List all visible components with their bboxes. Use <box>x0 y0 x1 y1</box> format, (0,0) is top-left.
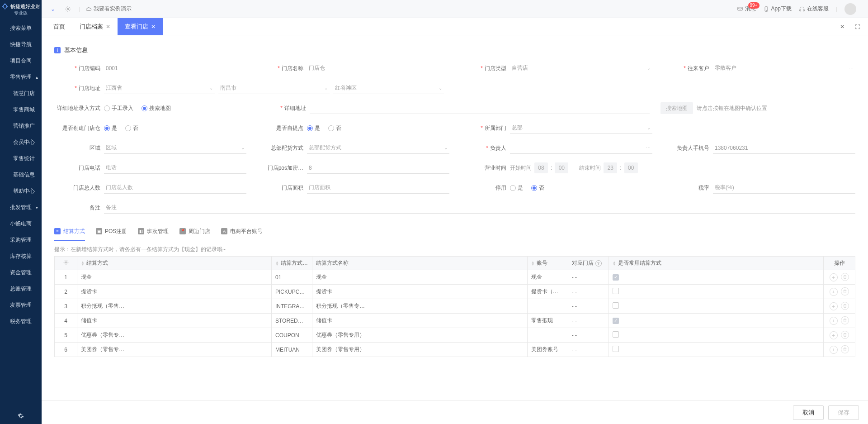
radio-sp-yes[interactable]: 是 <box>307 124 320 132</box>
subtab[interactable]: ≡结算方式 <box>54 223 85 241</box>
close-icon[interactable]: ✕ <box>106 24 110 30</box>
sidebar-item[interactable]: 帮助中心 <box>0 183 42 199</box>
subtab[interactable]: A电商平台账号 <box>221 223 263 241</box>
table-settings[interactable] <box>55 257 77 270</box>
delete-row-button[interactable] <box>841 316 849 324</box>
sidebar-item[interactable]: 库存核算 <box>0 248 42 264</box>
end-hour[interactable]: 23 <box>604 162 617 173</box>
sidebar-item[interactable]: 资金管理 <box>0 264 42 281</box>
org-selector[interactable]: ⌄ <box>46 6 57 12</box>
save-button[interactable]: 保存 <box>828 405 859 420</box>
sidebar-item[interactable]: 零售统计 <box>0 150 42 167</box>
delete-row-button[interactable] <box>841 331 849 339</box>
region-select[interactable]: 区域⌄ <box>104 142 246 154</box>
delete-row-button[interactable] <box>841 287 849 295</box>
store-type-select[interactable]: 自营店⌄ <box>510 62 652 74</box>
sidebar-item[interactable]: 营销推广 <box>0 118 42 134</box>
tax-input[interactable]: 税率(%) <box>713 182 855 194</box>
app-download-link[interactable]: App下载 <box>763 5 792 13</box>
remark-input[interactable]: 备注 <box>104 202 855 214</box>
add-row-button[interactable]: + <box>830 302 838 310</box>
sidebar-item[interactable]: 项目合同 <box>0 52 42 69</box>
sidebar-item[interactable]: 智慧门店 <box>0 85 42 101</box>
delete-row-button[interactable] <box>841 302 849 310</box>
sidebar-item[interactable]: 快捷导航 <box>0 36 42 52</box>
end-min[interactable]: 00 <box>624 162 638 173</box>
col-method[interactable]: ▲▼结算方式 <box>77 257 272 270</box>
sidebar-item[interactable]: 会员中心 <box>0 134 42 150</box>
checkbox[interactable] <box>613 288 619 294</box>
checkbox[interactable] <box>613 274 619 281</box>
subtab[interactable]: ▣POS注册 <box>96 223 127 241</box>
col-account[interactable]: ▲▼账号 <box>527 257 568 270</box>
radio-disabled-no[interactable]: 否 <box>531 184 544 192</box>
help-icon[interactable]: ? <box>595 260 602 267</box>
demo-link[interactable]: 我要看实例演示 <box>85 5 132 13</box>
checkbox[interactable] <box>613 318 619 324</box>
sidebar-item[interactable]: 税务管理 <box>0 313 42 329</box>
start-hour[interactable]: 08 <box>534 162 548 173</box>
dispatch-select[interactable]: 总部配货方式⌄ <box>307 142 449 154</box>
checkbox[interactable] <box>613 346 619 352</box>
tab[interactable]: 门店档案✕ <box>72 18 118 35</box>
store-name-input[interactable]: 门店仓 <box>307 62 449 74</box>
tel-input[interactable]: 电话 <box>104 162 246 174</box>
city-select[interactable]: 南昌市⌄ <box>218 82 329 94</box>
tab-fullscreen[interactable] <box>852 21 863 33</box>
radio-wh-yes[interactable]: 是 <box>104 124 117 132</box>
col-code[interactable]: ▲▼结算方式… <box>271 257 312 270</box>
col-store[interactable]: 对应门店? <box>568 257 609 270</box>
checkbox[interactable] <box>613 331 619 338</box>
staff-input[interactable]: 门店总人数 <box>104 182 246 194</box>
manager-select[interactable]: ⋯ <box>510 142 652 154</box>
subtab[interactable]: 📍周边门店 <box>179 223 210 241</box>
close-icon[interactable]: ✕ <box>151 24 156 30</box>
radio-disabled-yes[interactable]: 是 <box>510 184 523 192</box>
detail-addr-input[interactable] <box>310 102 650 114</box>
subtab[interactable]: ◧班次管理 <box>138 223 169 241</box>
sidebar-item[interactable]: 基础信息 <box>0 167 42 183</box>
add-row-button[interactable]: + <box>830 331 838 339</box>
add-row-button[interactable]: + <box>830 273 838 281</box>
dept-select[interactable]: 总部⌄ <box>510 122 652 134</box>
sidebar-item[interactable]: 发票管理 <box>0 297 42 313</box>
col-common[interactable]: ▲▼是否常用结算方式 <box>609 257 823 270</box>
radio-manual[interactable]: 手工录入 <box>104 105 133 112</box>
sidebar-item[interactable]: 零售商城 <box>0 101 42 118</box>
area-input[interactable]: 门店面积 <box>307 182 449 194</box>
pos-input[interactable]: 8 <box>307 162 449 174</box>
tel-label: 门店电话 <box>54 164 104 172</box>
radio-sp-no[interactable]: 否 <box>328 124 341 132</box>
sidebar-item[interactable]: 零售管理▴ <box>0 69 42 85</box>
tab[interactable]: 查看门店✕ <box>118 18 163 35</box>
sidebar-item[interactable]: 采购管理 <box>0 232 42 248</box>
province-select[interactable]: 江西省⌄ <box>104 82 215 94</box>
sidebar-settings[interactable] <box>0 408 42 424</box>
delete-row-button[interactable] <box>841 345 849 353</box>
messages-link[interactable]: 消息 99+ <box>737 5 756 13</box>
cancel-button[interactable]: 取消 <box>793 405 824 420</box>
service-link[interactable]: 在线客服 <box>799 5 829 13</box>
sidebar-item[interactable]: 搜索菜单 <box>0 20 42 36</box>
sidebar-item[interactable]: 批发管理▾ <box>0 199 42 215</box>
col-name[interactable]: 结算方式名称 <box>312 257 527 270</box>
store-code-input[interactable]: 0001 <box>104 62 246 74</box>
checkbox[interactable] <box>613 302 619 309</box>
tab[interactable]: 首页 <box>46 18 72 35</box>
add-row-button[interactable]: + <box>830 288 838 296</box>
sidebar-item[interactable]: 小畅电商 <box>0 215 42 232</box>
start-min[interactable]: 00 <box>555 162 568 173</box>
user-avatar[interactable] <box>844 3 856 15</box>
delete-row-button[interactable] <box>841 273 849 281</box>
tab-close-all[interactable]: ✕ <box>836 21 848 33</box>
sidebar-item[interactable]: 总账管理 <box>0 281 42 297</box>
radio-map[interactable]: 搜索地图 <box>142 105 171 112</box>
add-row-button[interactable]: + <box>830 346 838 354</box>
radio-wh-no[interactable]: 否 <box>125 124 138 132</box>
add-row-button[interactable]: + <box>830 317 838 325</box>
settings-button[interactable] <box>62 4 73 14</box>
manager-phone-input[interactable]: 13807060231 <box>713 142 855 154</box>
district-select[interactable]: 红谷滩区⌄ <box>333 82 444 94</box>
customer-select[interactable]: 零散客户⋯ <box>713 62 855 74</box>
search-map-button[interactable]: 搜索地图 <box>660 102 693 114</box>
